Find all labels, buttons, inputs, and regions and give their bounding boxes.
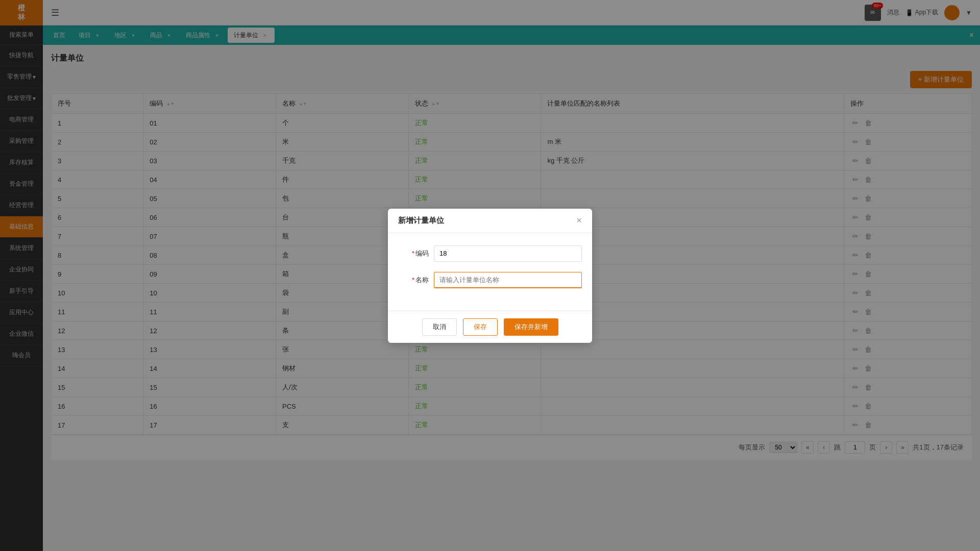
code-label: *编码 — [398, 249, 429, 258]
name-label: *名称 — [398, 276, 429, 285]
name-form-row: *名称 — [398, 272, 582, 288]
modal-close-button[interactable]: × — [576, 216, 582, 225]
code-required-star: * — [412, 249, 414, 257]
modal-footer: 取消 保存 保存并新增 — [388, 311, 592, 343]
name-required-star: * — [412, 276, 414, 284]
modal-body: *编码 *名称 — [388, 233, 592, 311]
add-unit-modal: 新增计量单位 × *编码 *名称 取消 保存 保存并新增 — [388, 209, 592, 343]
modal-header: 新增计量单位 × — [388, 209, 592, 233]
save-and-new-button[interactable]: 保存并新增 — [504, 318, 558, 336]
cancel-button[interactable]: 取消 — [422, 318, 457, 336]
code-input[interactable] — [434, 245, 582, 262]
code-form-row: *编码 — [398, 245, 582, 262]
name-input[interactable] — [434, 272, 582, 288]
modal-overlay: 新增计量单位 × *编码 *名称 取消 保存 保存并新增 — [0, 0, 980, 551]
save-button[interactable]: 保存 — [463, 318, 498, 336]
modal-title: 新增计量单位 — [398, 216, 444, 226]
